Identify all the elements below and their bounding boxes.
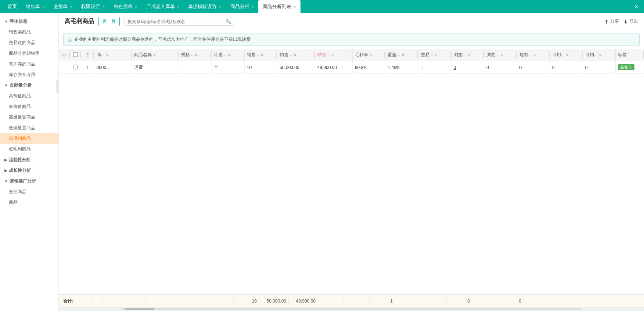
- nav-permission[interactable]: 权限设置 ×: [77, 0, 109, 13]
- sort-spec[interactable]: ⇅: [195, 53, 198, 57]
- sort-trade-count[interactable]: ⇅: [434, 53, 437, 57]
- sidebar-item-low-margin[interactable]: 低毛利商品: [0, 144, 58, 155]
- sidebar-item-all-goods[interactable]: 全部商品: [0, 187, 58, 197]
- footer-cell-settings: [81, 299, 92, 304]
- search-icon[interactable]: 🔍: [226, 19, 231, 24]
- col-sales-profit: 销售... ⇅: [315, 49, 352, 61]
- sidebar-item-low-value[interactable]: 低价值商品: [0, 101, 58, 112]
- sidebar-section-marketing[interactable]: ▼ 营销推广分析: [0, 176, 58, 187]
- close-product-analysis-tab[interactable]: ×: [252, 4, 254, 9]
- close-product-entry-tab[interactable]: ×: [177, 4, 179, 9]
- sidebar-item-high-value[interactable]: 高价值商品: [0, 91, 58, 101]
- sidebar-item-stock-capital[interactable]: 库存资金占用: [0, 69, 58, 80]
- row-select-checkbox[interactable]: [73, 65, 78, 69]
- sort-sales-count[interactable]: ⇅: [260, 53, 263, 57]
- sidebar-section-growth[interactable]: ▶ 成长性分析: [0, 165, 58, 176]
- sort-sales-profit[interactable]: ⇅: [331, 53, 334, 57]
- footer-cell-stock-sell: 0: [498, 299, 524, 304]
- nav-sales[interactable]: 销售单 ×: [21, 0, 49, 13]
- select-all-checkbox[interactable]: [73, 52, 78, 57]
- footer-cell-spec: [182, 299, 208, 304]
- row-seq: 1: [81, 61, 94, 74]
- footer-cell-stock-now: 0: [447, 299, 472, 304]
- footer-cell-name: [145, 299, 182, 304]
- nav-product-entry[interactable]: 产成品入库单 ×: [142, 0, 184, 13]
- close-all-button[interactable]: ×: [632, 3, 641, 10]
- sidebar-item-high-margin[interactable]: 高毛利商品: [0, 133, 58, 144]
- arrow-down-icon: ▼: [4, 19, 8, 23]
- close-product-analysis-list-tab[interactable]: ×: [294, 4, 296, 9]
- close-template-tab[interactable]: ×: [219, 4, 221, 9]
- sidebar-item-high-volume[interactable]: 高爆量置商品: [0, 112, 58, 123]
- close-permission-tab[interactable]: ×: [102, 4, 105, 9]
- export-button[interactable]: ⬇ 导出: [623, 18, 638, 25]
- footer-cell-checkbox: [92, 299, 103, 304]
- nav-template[interactable]: 单据模板设置 ×: [184, 0, 226, 13]
- close-sales-tab[interactable]: ×: [42, 4, 44, 9]
- sidebar-item-low-volume[interactable]: 低爆量置商品: [0, 123, 58, 133]
- sidebar-section-contribution[interactable]: ▼ 贡献量分析: [0, 80, 58, 91]
- sort-gross-margin[interactable]: ⇅: [369, 53, 372, 57]
- sidebar-item-in-stock[interactable]: 有库存的商品: [0, 59, 58, 69]
- nav-product-analysis-list[interactable]: 商品分析列表 ×: [258, 0, 300, 13]
- footer-cells: 10 50,000.00 49,900.00 1 0 0: [81, 299, 640, 304]
- sidebar-item-sales-goods[interactable]: 销售类商品: [0, 27, 58, 37]
- row-checkbox[interactable]: [70, 61, 81, 74]
- sort-coverage[interactable]: ⇅: [402, 53, 404, 57]
- sidebar-toggle-button[interactable]: ‹‹: [56, 80, 59, 93]
- close-role-tab[interactable]: ×: [135, 4, 137, 9]
- horizontal-scrollbar[interactable]: [59, 307, 644, 311]
- col-settings[interactable]: ⚙: [59, 49, 70, 61]
- footer-cell-gross-margin: [318, 299, 344, 304]
- nav-purchase[interactable]: 进货单 ×: [49, 0, 76, 13]
- row-view1[interactable]: 0: [451, 61, 484, 74]
- nav-product-analysis[interactable]: 商品分析 ×: [226, 0, 258, 13]
- row-sales-amount: 50,000.00: [277, 61, 315, 74]
- col-sales-count: 销售... ⇅: [244, 49, 277, 61]
- sort-stock-now[interactable]: ⇅: [533, 53, 536, 57]
- search-input[interactable]: [127, 19, 224, 24]
- footer-cell-stock-avail: [472, 299, 498, 304]
- sort-code[interactable]: ⇅: [106, 53, 109, 57]
- content-area: 高毛利商品 近一月 🔍 ⬆ 分享 ⬇ 导出 ◇ 企业的主要的利润都是这部分商品创…: [59, 13, 644, 311]
- sort-name[interactable]: ⇅: [153, 53, 156, 57]
- sort-view2[interactable]: ⇅: [500, 53, 503, 57]
- row-view2: 0: [484, 61, 517, 74]
- sidebar-item-new-products[interactable]: 新品: [0, 197, 58, 208]
- col-stock-now: 现有... ⇅: [517, 49, 550, 61]
- col-tag: 标签: [616, 49, 644, 61]
- row-unit: 个: [212, 61, 245, 74]
- sort-stock-avail[interactable]: ⇅: [566, 53, 569, 57]
- share-icon: ⬆: [604, 19, 609, 25]
- col-checkbox[interactable]: [70, 49, 81, 61]
- row-sales-count: 10: [244, 61, 277, 74]
- sidebar-item-traded-goods[interactable]: 交易过的商品: [0, 37, 58, 48]
- scrollbar-track[interactable]: [121, 308, 582, 310]
- row-stock-sell: 0: [583, 61, 616, 74]
- col-stock-sell: 可销... ⇅: [583, 49, 616, 61]
- filter-recent-month-button[interactable]: 近一月: [98, 17, 120, 26]
- share-button[interactable]: ⬆ 分享: [604, 18, 619, 25]
- col-code: 商... ⇅: [94, 49, 132, 61]
- view1-link[interactable]: 0: [454, 65, 456, 70]
- col-gross-margin: 毛利率 ⇅: [352, 49, 385, 61]
- table-footer: 合计: 10 50,000.00 49,900.00 1 0 0: [59, 294, 644, 307]
- nav-role[interactable]: 角色授权 ×: [109, 0, 141, 13]
- sidebar-section-trend[interactable]: ▶ 流趋性分析: [0, 155, 58, 165]
- sort-stock-sell[interactable]: ⇅: [599, 53, 602, 57]
- top-navigation: 首页 销售单 × 进货单 × 权限设置 × 角色授权 × 产成品入库单 × 单据…: [0, 0, 644, 13]
- nav-home[interactable]: 首页: [3, 0, 21, 13]
- info-banner: ◇ 企业的主要的利润都是这部分商品创造的，可考虑加大推广，同时关注库存是不要出现…: [63, 33, 640, 46]
- sort-view1[interactable]: ⇅: [467, 53, 470, 57]
- sidebar-section-overall[interactable]: ▼ 整体信息: [0, 16, 58, 27]
- sort-sales-amount[interactable]: ⇅: [294, 53, 296, 57]
- main-layout: ▼ 整体信息 销售类商品 交易过的商品 商品分类助销率 有库存的商品 库存资金占…: [0, 13, 644, 311]
- sidebar-item-category-assist[interactable]: 商品分类助销率: [0, 48, 58, 59]
- info-icon: ◇: [68, 37, 72, 43]
- close-purchase-tab[interactable]: ×: [70, 4, 72, 9]
- footer-cell-unit: [208, 299, 234, 304]
- row-stock-now: 0: [517, 61, 550, 74]
- col-unit: 计量... ⇅: [212, 49, 245, 61]
- sort-unit[interactable]: ⇅: [228, 53, 231, 57]
- scrollbar-thumb[interactable]: [125, 308, 154, 310]
